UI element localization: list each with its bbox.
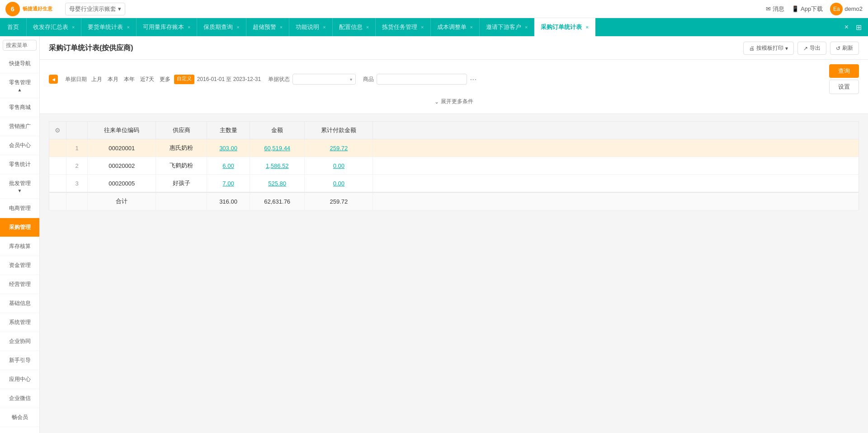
row1-paid: 259.72	[305, 139, 373, 157]
row1-amount-link[interactable]: 60,519.44	[264, 145, 290, 152]
sidebar-item-changhui[interactable]: 畅会员	[0, 408, 39, 427]
tab-peizhi-close[interactable]: ×	[366, 24, 369, 30]
tab-paihuoren-close[interactable]: ×	[421, 24, 424, 30]
app-download-label: App下载	[801, 5, 823, 13]
filter-status-select[interactable]	[292, 74, 356, 85]
row2-paid-link[interactable]: 0.00	[333, 162, 344, 169]
sidebar-item-yingxiao[interactable]: 营销推广	[0, 117, 39, 136]
sidebar-item-caigou[interactable]: 采购管理	[0, 218, 39, 237]
tab-keyongliang-close[interactable]: ×	[188, 24, 190, 30]
sidebar-search-input[interactable]	[3, 40, 37, 51]
expand-icon: ⌄	[434, 99, 439, 105]
sidebar-search-area	[0, 36, 39, 54]
user-profile[interactable]: Ea demo2	[830, 3, 863, 15]
maximize-button[interactable]: ⊞	[853, 22, 864, 33]
col-amount-header: 金额	[250, 122, 304, 139]
sidebar-item-qiye[interactable]: 企业协同	[0, 332, 39, 351]
sidebar-item-huiyuan[interactable]: 会员中心	[0, 136, 39, 155]
sidebar-item-zijin[interactable]: 资金管理	[0, 256, 39, 275]
sidebar-item-qiyewx[interactable]: 企业微信	[0, 389, 39, 408]
export-button[interactable]: ↗ 导出	[797, 42, 826, 55]
tab-yaohuo-label: 要货单统计表	[88, 23, 123, 31]
row3-amount-link[interactable]: 525.80	[268, 180, 286, 187]
refresh-icon: ↺	[836, 45, 840, 52]
row3-extra	[373, 175, 859, 193]
shortcut-last-month[interactable]: 上月	[90, 75, 104, 84]
tab-home[interactable]: 首页	[0, 18, 27, 36]
row3-paid-link[interactable]: 0.00	[333, 180, 344, 187]
tab-peizhi[interactable]: 配置信息 ×	[333, 18, 376, 36]
workspace-selector[interactable]: 母婴行业演示账套 ▾	[65, 3, 125, 15]
table-container: ⚙ 往来单位编码 供应商 主数量 金额 累计付款金额 1	[40, 114, 868, 433]
shortcut-more[interactable]: 更多	[158, 75, 172, 84]
shortcut-this-month[interactable]: 本月	[106, 75, 120, 84]
custom-date-badge[interactable]: 自定义	[174, 75, 194, 84]
sidebar-item-dianshang[interactable]: 电商管理	[0, 199, 39, 218]
sidebar-item-yingyong[interactable]: 应用中心	[0, 370, 39, 389]
tab-paihuoren[interactable]: 拣货任务管理 ×	[376, 18, 430, 36]
refresh-label: 刷新	[842, 44, 853, 52]
print-label: 按模板打印	[756, 44, 783, 52]
message-button[interactable]: ✉ 消息	[766, 5, 784, 13]
row2-amount-link[interactable]: 1,586.52	[266, 162, 289, 169]
tab-gongneng-close[interactable]: ×	[323, 24, 326, 30]
close-all-tabs-button[interactable]: ×	[842, 22, 851, 32]
print-button[interactable]: 🖨 按模板打印 ▾	[743, 42, 794, 55]
tab-baozhi[interactable]: 保质期查询 ×	[197, 18, 246, 36]
content-area: 采购订单统计表(按供应商) 🖨 按模板打印 ▾ ↗ 导出 ↺ 刷新	[40, 36, 868, 433]
shortcut-7days[interactable]: 近7天	[138, 75, 156, 84]
search-button[interactable]: 查询	[829, 64, 859, 78]
app-download-button[interactable]: 📱 App下载	[792, 5, 823, 13]
tab-yaohuo-close[interactable]: ×	[127, 24, 129, 30]
shortcut-this-year[interactable]: 本年	[122, 75, 137, 84]
sidebar-item-lingshougou[interactable]: 零售商城	[0, 98, 39, 117]
tab-chaochu[interactable]: 超储预警 ×	[246, 18, 289, 36]
footer-qty: 316.00	[207, 192, 250, 210]
tab-shofazong[interactable]: 收发存汇总表 ×	[27, 18, 81, 36]
filter-area: ◂ 单据日期 上月 本月 本年 近7天 更多 自定义 2016-01-01 至 …	[40, 60, 868, 114]
tab-keyongliang[interactable]: 可用量库存账本 ×	[137, 18, 197, 36]
expand-more-button[interactable]: ⌄ 展开更多条件	[434, 98, 473, 105]
tab-chengben[interactable]: 成本调整单 ×	[431, 18, 480, 36]
row3-qty-link[interactable]: 7.00	[222, 180, 234, 187]
sidebar-item-yingxiao-label: 营销推广	[9, 123, 31, 130]
tab-yaoqing[interactable]: 邀请下游客户 ×	[480, 18, 534, 36]
tab-caigoudan-label: 采购订单统计表	[541, 23, 582, 31]
tab-caigoudan[interactable]: 采购订单统计表 ×	[534, 18, 595, 36]
sidebar-item-xitong[interactable]: 系统管理	[0, 313, 39, 332]
filter-goods-ellipsis[interactable]: ···	[470, 75, 476, 83]
filter-settings-button[interactable]: 设置	[829, 80, 859, 94]
sidebar-item-xinshou[interactable]: 新手引导	[0, 351, 39, 370]
row1-qty-link[interactable]: 303.00	[219, 145, 237, 152]
refresh-button[interactable]: ↺ 刷新	[830, 42, 859, 55]
row1-paid-link[interactable]: 259.72	[330, 145, 348, 152]
tab-yaoqing-close[interactable]: ×	[525, 24, 528, 30]
table-settings-gear[interactable]: ⚙	[55, 127, 61, 134]
filter-goods-input[interactable]	[377, 74, 467, 85]
sidebar-item-lingshouguan[interactable]: 零售管理 ▲	[0, 73, 39, 98]
table-footer: 合计 316.00 62,631.76 259.72	[49, 192, 859, 210]
tab-gongneng[interactable]: 功能说明 ×	[289, 18, 332, 36]
row2-qty-link[interactable]: 6.00	[222, 162, 234, 169]
table-header: ⚙ 往来单位编码 供应商 主数量 金额 累计付款金额	[49, 122, 859, 139]
sidebar-item-changhui-label: 畅会员	[12, 414, 28, 421]
tab-baozhi-close[interactable]: ×	[236, 24, 239, 30]
logo-text: 畅捷通好生意	[23, 6, 52, 12]
sidebar-item-jichu[interactable]: 基础信息	[0, 294, 39, 313]
print-chevron-icon: ▾	[785, 45, 788, 52]
sidebar-item-kucun[interactable]: 库存核算	[0, 237, 39, 256]
sidebar-item-quicknav[interactable]: 快捷导航	[0, 54, 39, 73]
tab-shofazong-close[interactable]: ×	[72, 24, 75, 30]
tab-chengben-close[interactable]: ×	[470, 24, 473, 30]
sidebar-item-lingshoutj[interactable]: 零售统计	[0, 155, 39, 174]
workspace-chevron: ▾	[118, 5, 121, 12]
main-layout: 快捷导航 零售管理 ▲ 零售商城 营销推广 会员中心 零售统计 批发管理 ▼	[0, 36, 868, 433]
tab-chaochu-close[interactable]: ×	[280, 24, 283, 30]
collapse-toggle-button[interactable]: ◂	[49, 75, 58, 84]
tab-caigoudan-close[interactable]: ×	[585, 24, 588, 30]
sidebar-item-pifa[interactable]: 批发管理 ▼	[0, 174, 39, 199]
tab-yaohuo[interactable]: 要货单统计表 ×	[81, 18, 136, 36]
filter-row-1: ◂ 单据日期 上月 本月 本年 近7天 更多 自定义 2016-01-01 至 …	[49, 64, 859, 94]
sidebar-item-jingying[interactable]: 经营管理	[0, 275, 39, 294]
footer-row: 合计 316.00 62,631.76 259.72	[49, 192, 859, 210]
